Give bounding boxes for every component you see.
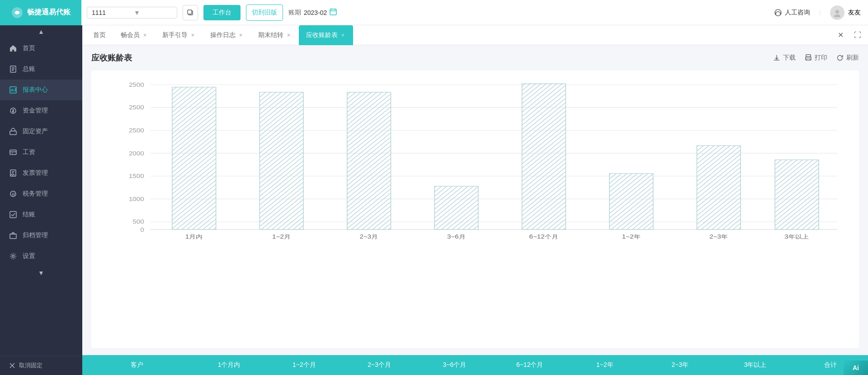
svg-rect-9 bbox=[780, 13, 781, 14]
header-right: 人工咨询 | 友友 bbox=[774, 5, 861, 20]
svg-text:2500: 2500 bbox=[129, 81, 144, 88]
tabs-bar: 首页 畅会员 × 新手引导 × 操作日志 × 期末结转 × 应收账龄表 × bbox=[82, 25, 868, 45]
sidebar-item-ledger[interactable]: 总账 bbox=[0, 59, 82, 80]
workbench-button[interactable]: 工作台 bbox=[203, 5, 241, 20]
svg-text:税: 税 bbox=[12, 192, 15, 197]
home-icon bbox=[9, 44, 17, 52]
col-2-3year: 2~3年 bbox=[642, 361, 717, 369]
chart-container: 2500 2500 2500 2000 1500 1000 500 0 bbox=[91, 70, 859, 348]
tab-member[interactable]: 畅会员 × bbox=[113, 25, 155, 45]
tax-icon: 税 bbox=[9, 190, 17, 198]
switch-version-button[interactable]: 切到旧版 bbox=[246, 5, 283, 21]
tab-aging-close[interactable]: × bbox=[340, 31, 345, 39]
cancel-fixed-label: 取消固定 bbox=[19, 361, 42, 370]
tab-home-label: 首页 bbox=[93, 31, 106, 39]
tab-yearend-close[interactable]: × bbox=[286, 31, 291, 39]
avatar bbox=[830, 5, 844, 20]
sidebar-label-settle: 结账 bbox=[23, 211, 35, 219]
svg-text:0: 0 bbox=[140, 227, 144, 233]
headset-icon bbox=[774, 9, 782, 17]
copy-button[interactable] bbox=[183, 5, 198, 20]
tab-member-label: 畅会员 bbox=[121, 31, 140, 39]
sidebar-item-funds[interactable]: 资金管理 bbox=[0, 100, 82, 121]
sidebar-scroll-up[interactable]: ▲ bbox=[0, 25, 82, 38]
sidebar-label-salary: 工资 bbox=[23, 148, 35, 156]
sidebar-item-settings[interactable]: 设置 bbox=[0, 246, 82, 267]
download-icon bbox=[773, 54, 780, 61]
download-label: 下载 bbox=[783, 54, 796, 62]
refresh-button[interactable]: 刷新 bbox=[836, 54, 859, 62]
tab-guide[interactable]: 新手引导 × bbox=[155, 25, 203, 45]
user-name: 友友 bbox=[848, 9, 861, 17]
sidebar-item-invoice[interactable]: 发票管理 bbox=[0, 163, 82, 183]
period-value: 2023-02 bbox=[304, 9, 327, 16]
svg-point-33 bbox=[12, 255, 14, 258]
consult-button[interactable]: 人工咨询 bbox=[774, 9, 810, 17]
sidebar-label-settings: 设置 bbox=[23, 252, 35, 260]
svg-text:2000: 2000 bbox=[129, 150, 144, 156]
sidebar-scroll-down[interactable]: ▼ bbox=[0, 267, 82, 279]
col-3year-plus: 3年以上 bbox=[717, 361, 793, 369]
ai-badge[interactable]: Ai bbox=[844, 361, 868, 375]
bar-3 bbox=[347, 92, 391, 230]
svg-rect-23 bbox=[10, 150, 16, 155]
tab-close-all-button[interactable]: ✕ bbox=[834, 28, 847, 42]
bar-8 bbox=[775, 160, 819, 230]
print-button[interactable]: 打印 bbox=[805, 54, 827, 62]
sidebar-item-salary[interactable]: 工资 bbox=[0, 142, 82, 163]
tab-guide-close[interactable]: × bbox=[190, 31, 195, 39]
sidebar-bottom: 取消固定 bbox=[0, 356, 82, 375]
tab-home[interactable]: 首页 bbox=[86, 25, 113, 45]
company-name: 1111 bbox=[92, 9, 130, 16]
sidebar-item-settle[interactable]: 结账 bbox=[0, 204, 82, 225]
sidebar-item-reports[interactable]: 报表中心 bbox=[0, 80, 82, 100]
bar-6 bbox=[609, 173, 653, 230]
ledger-icon bbox=[9, 65, 17, 73]
tab-oplog-close[interactable]: × bbox=[238, 31, 243, 39]
col-customer: 客户 bbox=[82, 361, 191, 369]
bar-7 bbox=[697, 145, 741, 230]
sidebar-item-assets[interactable]: 固定资产 bbox=[0, 121, 82, 142]
tab-expand-button[interactable]: ⛶ bbox=[851, 28, 864, 42]
company-selector[interactable]: 1111 ▼ bbox=[87, 7, 177, 19]
gear-icon bbox=[9, 252, 17, 260]
svg-rect-3 bbox=[330, 9, 336, 15]
svg-rect-38 bbox=[807, 59, 810, 60]
settle-icon bbox=[9, 211, 17, 219]
sidebar-label-invoice: 发票管理 bbox=[23, 169, 48, 177]
bar-4 bbox=[434, 186, 478, 230]
page-header: 应收账龄表 下载 打印 bbox=[91, 52, 859, 63]
svg-rect-8 bbox=[775, 13, 777, 14]
tab-member-close[interactable]: × bbox=[142, 31, 147, 39]
download-button[interactable]: 下载 bbox=[773, 54, 796, 62]
tab-aging[interactable]: 应收账龄表 × bbox=[299, 25, 353, 45]
svg-text:2~3年: 2~3年 bbox=[709, 234, 728, 240]
period-area: 账期 2023-02 bbox=[288, 8, 337, 17]
svg-text:1000: 1000 bbox=[129, 196, 144, 202]
svg-rect-22 bbox=[10, 131, 16, 135]
sidebar-label-ledger: 总账 bbox=[23, 65, 35, 73]
tab-oplog[interactable]: 操作日志 × bbox=[203, 25, 251, 45]
top-header: 畅捷通易代账 1111 ▼ 工作台 切到旧版 账期 2023-02 bbox=[0, 0, 868, 25]
sidebar-item-archive[interactable]: 归档管理 bbox=[0, 225, 82, 246]
sidebar: ▲ 首页 总账 报表中心 资金管理 bbox=[0, 25, 82, 375]
svg-text:2500: 2500 bbox=[129, 104, 144, 111]
col-2-3month: 2~3个月 bbox=[342, 361, 417, 369]
calendar-icon[interactable] bbox=[330, 8, 337, 17]
svg-text:1~2年: 1~2年 bbox=[622, 234, 641, 240]
main-layout: ▲ 首页 总账 报表中心 资金管理 bbox=[0, 25, 868, 375]
sidebar-item-home[interactable]: 首页 bbox=[0, 38, 82, 59]
col-6-12month: 6~12个月 bbox=[492, 361, 567, 369]
svg-rect-32 bbox=[10, 234, 16, 239]
cancel-fixed-button[interactable]: 取消固定 bbox=[0, 356, 82, 375]
svg-text:3~6月: 3~6月 bbox=[447, 234, 466, 240]
tab-yearend[interactable]: 期末结转 × bbox=[251, 25, 299, 45]
logo-text: 畅捷通易代账 bbox=[27, 8, 71, 17]
content-area: 首页 畅会员 × 新手引导 × 操作日志 × 期末结转 × 应收账龄表 × bbox=[82, 25, 868, 375]
bottom-table-header: 客户 1个月内 1~2个月 2~3个月 3~6个月 6~12个月 1~2年 2~… bbox=[82, 355, 868, 375]
svg-text:6~12个月: 6~12个月 bbox=[529, 234, 559, 240]
sidebar-item-tax[interactable]: 税 税务管理 bbox=[0, 183, 82, 204]
funds-icon bbox=[9, 107, 17, 115]
copy-icon bbox=[187, 9, 194, 16]
user-area[interactable]: 友友 bbox=[830, 5, 861, 20]
